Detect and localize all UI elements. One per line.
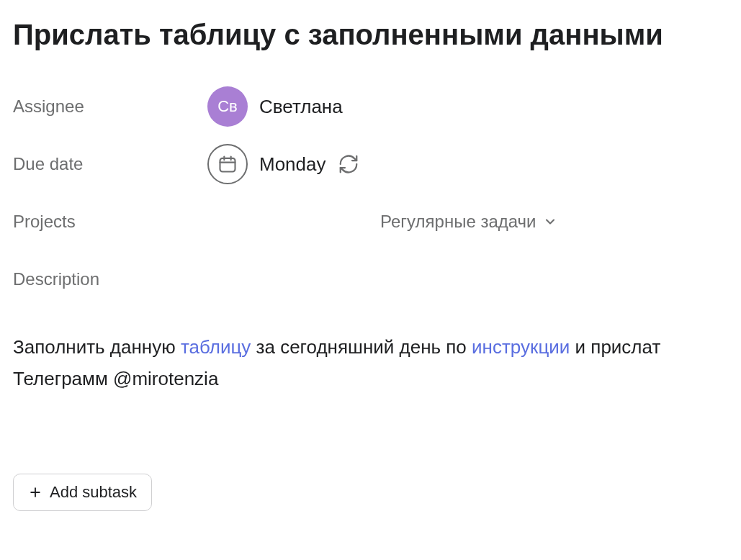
desc-text-3: и прислат	[570, 336, 660, 358]
add-subtask-label: Add subtask	[50, 483, 137, 502]
due-date-text: Monday	[259, 153, 326, 176]
add-subtask-button[interactable]: Add subtask	[13, 474, 152, 511]
avatar[interactable]: Св	[207, 86, 248, 127]
due-date-row: Due date Monday	[13, 144, 728, 184]
projects-value-text: Регулярные задачи	[380, 212, 536, 232]
calendar-icon[interactable]	[207, 144, 248, 184]
projects-dropdown[interactable]: Регулярные задачи	[380, 212, 557, 232]
assignee-label: Assignee	[13, 96, 207, 117]
desc-text-1: Заполнить данную	[13, 336, 181, 358]
projects-row: Projects Регулярные задачи	[13, 202, 728, 242]
description-line-2: Телеграмм @mirotenzia	[13, 363, 728, 394]
description-link-table[interactable]: таблицу	[181, 336, 251, 358]
description-body[interactable]: Заполнить данную таблицу за сегодняшний …	[13, 331, 728, 394]
repeat-icon[interactable]	[338, 153, 359, 175]
plus-icon	[28, 485, 42, 500]
due-date-label: Due date	[13, 154, 207, 174]
projects-label: Projects	[13, 212, 207, 232]
svg-rect-0	[220, 158, 235, 172]
description-link-instructions[interactable]: инструкции	[472, 336, 570, 358]
assignee-name: Светлана	[259, 96, 343, 118]
chevron-down-icon	[543, 214, 557, 229]
due-date-value[interactable]: Monday	[207, 144, 728, 184]
description-row: Description	[13, 259, 728, 299]
description-line-1: Заполнить данную таблицу за сегодняшний …	[13, 331, 728, 363]
description-label: Description	[13, 269, 207, 289]
assignee-value[interactable]: Св Светлана	[207, 86, 728, 127]
task-title[interactable]: Прислать таблицу с заполненными данными	[13, 17, 728, 52]
assignee-row: Assignee Св Светлана	[13, 86, 728, 127]
desc-text-2: за сегодняшний день по	[251, 336, 472, 358]
